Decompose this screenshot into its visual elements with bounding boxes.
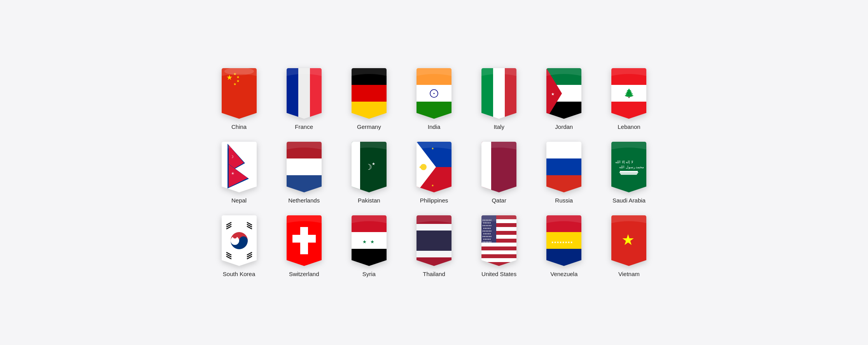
country-china[interactable]: ★ ★ ★ ★ ★ China bbox=[208, 68, 270, 130]
svg-text:★: ★ bbox=[431, 184, 434, 187]
svg-rect-76 bbox=[481, 142, 491, 192]
svg-rect-117 bbox=[352, 249, 387, 266]
country-name-jordan: Jordan bbox=[555, 123, 573, 130]
svg-text:★★★★★★: ★★★★★★ bbox=[482, 230, 492, 232]
flag-india bbox=[416, 68, 452, 119]
flag-thailand bbox=[416, 215, 452, 266]
country-name-india: India bbox=[428, 123, 441, 130]
svg-text:★: ★ bbox=[621, 232, 635, 248]
country-south-korea[interactable]: South Korea bbox=[208, 215, 270, 277]
country-saudi-arabia[interactable]: لا إله إلا الله محمد رسول الله Saudi Ara… bbox=[598, 142, 660, 204]
svg-text:★: ★ bbox=[236, 75, 240, 79]
svg-rect-134 bbox=[481, 243, 516, 246]
flag-china: ★ ★ ★ ★ ★ bbox=[222, 68, 257, 119]
flag-united-states: ★★★★★★ ★★★★★ ★★★★★★ ★★★★★ ★★★★★★ ★★★★★ ★… bbox=[481, 215, 516, 266]
svg-rect-18 bbox=[352, 102, 387, 119]
svg-point-25 bbox=[433, 93, 434, 94]
svg-rect-13 bbox=[310, 68, 322, 119]
country-switzerland[interactable]: Switzerland bbox=[273, 215, 334, 277]
svg-text:★★★★★★: ★★★★★★ bbox=[482, 224, 492, 227]
svg-rect-46 bbox=[222, 142, 257, 192]
country-united-states[interactable]: ★★★★★★ ★★★★★ ★★★★★★ ★★★★★ ★★★★★★ ★★★★★ ★… bbox=[469, 215, 530, 277]
svg-rect-139 bbox=[481, 262, 516, 266]
country-name-nepal: Nepal bbox=[231, 197, 247, 204]
flag-venezuela: ★★★★★★★★ bbox=[546, 215, 581, 266]
flag-netherlands bbox=[287, 142, 322, 192]
flag-pakistan: ☽ ★ bbox=[352, 142, 387, 192]
country-india[interactable]: India bbox=[403, 68, 464, 130]
country-name-lebanon: Lebanon bbox=[618, 123, 640, 130]
flag-italy bbox=[481, 68, 516, 119]
svg-rect-17 bbox=[352, 85, 387, 102]
country-pakistan[interactable]: ☽ ★ Pakistan bbox=[338, 142, 399, 204]
country-philippines[interactable]: ★ ★ ★ Philippines bbox=[403, 142, 464, 204]
svg-rect-138 bbox=[481, 258, 516, 262]
svg-text:★★★★★★: ★★★★★★ bbox=[482, 235, 492, 238]
svg-text:★: ★ bbox=[372, 162, 375, 166]
country-name-qatar: Qatar bbox=[492, 197, 506, 204]
svg-text:☽: ☽ bbox=[230, 155, 234, 159]
svg-text:★: ★ bbox=[236, 79, 240, 83]
svg-rect-124 bbox=[416, 231, 452, 251]
flag-germany bbox=[352, 68, 387, 119]
svg-rect-154 bbox=[546, 249, 581, 266]
svg-text:★★★★★: ★★★★★ bbox=[483, 238, 491, 240]
svg-rect-56 bbox=[287, 158, 322, 175]
country-france[interactable]: France bbox=[273, 68, 334, 130]
svg-rect-81 bbox=[546, 158, 581, 175]
svg-text:☀: ☀ bbox=[231, 171, 234, 176]
country-syria[interactable]: ★ ★ Syria bbox=[338, 215, 399, 277]
svg-text:☽: ☽ bbox=[365, 163, 372, 171]
svg-rect-137 bbox=[481, 254, 516, 258]
svg-rect-112 bbox=[292, 235, 316, 243]
country-vietnam[interactable]: ★ Vietnam bbox=[598, 215, 660, 277]
country-name-france: France bbox=[295, 123, 313, 130]
flag-saudi-arabia: لا إله إلا الله محمد رسول الله bbox=[611, 142, 646, 192]
country-name-italy: Italy bbox=[494, 123, 504, 130]
svg-rect-135 bbox=[481, 246, 516, 250]
svg-point-95 bbox=[241, 243, 245, 247]
country-thailand[interactable]: Thailand bbox=[403, 215, 464, 277]
country-lebanon[interactable]: 🌲 Lebanon bbox=[598, 68, 660, 130]
svg-rect-28 bbox=[481, 68, 493, 119]
svg-text:★: ★ bbox=[551, 92, 555, 96]
country-italy[interactable]: Italy bbox=[469, 68, 530, 130]
flag-south-korea bbox=[222, 215, 257, 266]
country-germany[interactable]: Germany bbox=[338, 68, 399, 130]
svg-rect-30 bbox=[505, 68, 516, 119]
country-name-philippines: Philippines bbox=[420, 197, 448, 204]
country-name-thailand: Thailand bbox=[423, 271, 445, 277]
flag-lebanon: 🌲 bbox=[611, 68, 646, 119]
svg-rect-116 bbox=[352, 232, 387, 249]
country-nepal[interactable]: ☽ ☀ Nepal bbox=[208, 142, 270, 204]
country-jordan[interactable]: ★ Jordan bbox=[534, 68, 595, 130]
flag-nepal: ☽ ☀ bbox=[222, 142, 257, 192]
country-name-south-korea: South Korea bbox=[223, 271, 255, 277]
svg-rect-136 bbox=[481, 250, 516, 254]
svg-rect-12 bbox=[298, 68, 310, 119]
country-venezuela[interactable]: ★★★★★★★★ Venezuela bbox=[534, 215, 595, 277]
country-name-pakistan: Pakistan bbox=[358, 197, 380, 204]
country-grid: ★ ★ ★ ★ ★ China bbox=[201, 56, 667, 289]
svg-text:★: ★ bbox=[419, 165, 422, 169]
svg-text:★★★★★★★★: ★★★★★★★★ bbox=[551, 241, 573, 244]
svg-text:🌲: 🌲 bbox=[624, 88, 635, 99]
country-name-switzerland: Switzerland bbox=[289, 271, 319, 277]
flag-france bbox=[287, 68, 322, 119]
svg-rect-82 bbox=[546, 175, 581, 192]
svg-text:لا إله إلا الله: لا إله إلا الله bbox=[615, 160, 633, 164]
country-netherlands[interactable]: Netherlands bbox=[273, 142, 334, 204]
svg-rect-88 bbox=[620, 171, 638, 172]
svg-rect-42 bbox=[611, 102, 646, 119]
svg-rect-23 bbox=[416, 102, 452, 119]
svg-marker-89 bbox=[619, 172, 639, 175]
svg-rect-61 bbox=[352, 142, 360, 192]
country-russia[interactable]: Russia bbox=[534, 142, 595, 204]
country-name-germany: Germany bbox=[357, 123, 381, 130]
country-qatar[interactable]: Qatar bbox=[469, 142, 530, 204]
flag-russia bbox=[546, 142, 581, 192]
svg-rect-57 bbox=[287, 175, 322, 192]
country-name-saudi-arabia: Saudi Arabia bbox=[612, 197, 646, 204]
svg-text:★: ★ bbox=[362, 239, 367, 245]
flag-philippines: ★ ★ ★ bbox=[416, 142, 452, 192]
